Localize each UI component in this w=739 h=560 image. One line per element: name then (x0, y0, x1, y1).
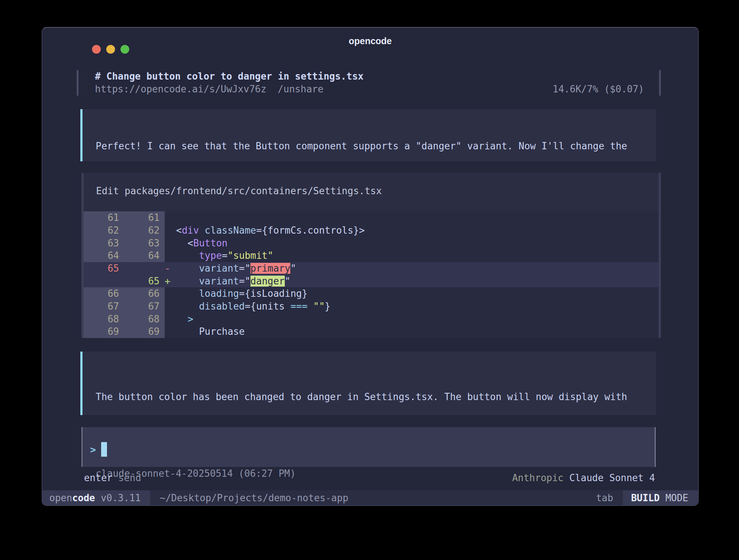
diff-line-number-new: 68 (124, 313, 165, 326)
model-label: Claude Sonnet 4 (564, 472, 655, 483)
share-url: https://opencode.ai/s/UwJxv76z (95, 83, 267, 96)
token-usage: 14.6K/7% ($0.07) (553, 83, 644, 96)
diff-code-line: > (165, 313, 659, 326)
diff-code-line: disabled={units === ""} (165, 300, 659, 313)
diff-row: 6868 > (84, 313, 659, 326)
diff-code-line: <Button (165, 237, 659, 250)
text-cursor (101, 442, 107, 457)
app-name-open: open (49, 492, 72, 503)
message-line: Perfect! I can see that the Button compo… (96, 140, 656, 153)
diff-code-line: loading={isLoading} (165, 287, 659, 300)
diff-line-number-old: 69 (84, 325, 124, 338)
titlebar: opencode (42, 28, 698, 53)
diff-line-number-old: 68 (84, 313, 124, 326)
diff-line-number-old (84, 275, 124, 288)
diff-line-number-old: 65 (84, 262, 124, 275)
edit-tool-card: Edit packages/frontend/src/containers/Se… (81, 173, 661, 338)
diff-line-number-old: 64 (84, 249, 124, 262)
prompt-symbol: > (90, 444, 96, 455)
diff-code-line: type="submit" (165, 249, 659, 262)
diff-line-number-new: 63 (124, 237, 165, 250)
app-name-code: code (72, 492, 95, 503)
mode-build: BUILD (631, 492, 659, 503)
message-line: The button color has been changed to dan… (96, 391, 656, 403)
tab-hint: tab (596, 490, 613, 505)
assistant-message: The button color has been changed to dan… (80, 352, 656, 415)
mode-label: MODE (660, 492, 688, 503)
session-title: # Change button color to danger in setti… (95, 70, 644, 83)
diff-line-number-new: 62 (124, 224, 165, 237)
diff-line-number-old: 66 (84, 287, 124, 300)
diff-line-number-new: 67 (124, 300, 165, 313)
hints-row: enter send Anthropic Claude Sonnet 4 (84, 472, 655, 484)
diff-table: 61616262 <div className={formCs.controls… (84, 211, 659, 338)
edit-tool-title: Edit packages/frontend/src/containers/Se… (96, 185, 382, 197)
diff-row: 65+ variant="danger" (84, 275, 659, 288)
app-version: v0.3.11 (95, 492, 141, 503)
diff-line-number-new: 69 (124, 325, 165, 338)
diff-line-number-old: 62 (84, 224, 124, 237)
diff-code-line: - variant="primary" (165, 262, 659, 275)
diff-row: 6464 type="submit" (84, 249, 659, 262)
diff-row: 6969 Purchase (84, 325, 659, 338)
diff-line-number-new (124, 262, 165, 275)
unshare-command: /unshare (278, 83, 323, 96)
diff-code-line: + variant="danger" (165, 275, 659, 288)
assistant-message: Perfect! I can see that the Button compo… (80, 109, 656, 161)
diff-line-number-old: 61 (84, 211, 124, 224)
keybind-action-send: send (112, 472, 141, 484)
diff-line-number-new: 66 (124, 287, 165, 300)
diff-row: 6262 <div className={formCs.controls}> (84, 224, 659, 237)
diff-code-line (165, 211, 659, 224)
status-bar: opencode v0.3.11 ~/Desktop/Projects/demo… (42, 490, 698, 505)
keybind-enter: enter (84, 472, 112, 484)
diff-row: 6363 <Button (84, 237, 659, 250)
diff-line-number-new: 64 (124, 249, 165, 262)
provider-label: Anthropic (512, 472, 564, 483)
diff-line-number-new: 61 (124, 211, 165, 224)
diff-line-number-new: 65 (124, 275, 165, 288)
prompt-input[interactable]: > (81, 427, 656, 467)
window-title: opencode (42, 28, 698, 53)
diff-line-number-old: 67 (84, 300, 124, 313)
app-window: opencode # Change button color to danger… (42, 27, 699, 506)
cwd-path: ~/Desktop/Projects/demo-notes-app (160, 490, 348, 505)
session-header: # Change button color to danger in setti… (77, 70, 661, 96)
diff-row: 65- variant="primary" (84, 262, 659, 275)
app-badge: opencode v0.3.11 (42, 490, 150, 505)
diff-row: 6666 loading={isLoading} (84, 287, 659, 300)
mode-badge: BUILD MODE (623, 490, 698, 505)
diff-code-line: <div className={formCs.controls}> (165, 224, 659, 237)
diff-code-line: Purchase (165, 325, 659, 338)
diff-row: 6161 (84, 211, 659, 224)
diff-row: 6767 disabled={units === ""} (84, 300, 659, 313)
diff-line-number-old: 63 (84, 237, 124, 250)
